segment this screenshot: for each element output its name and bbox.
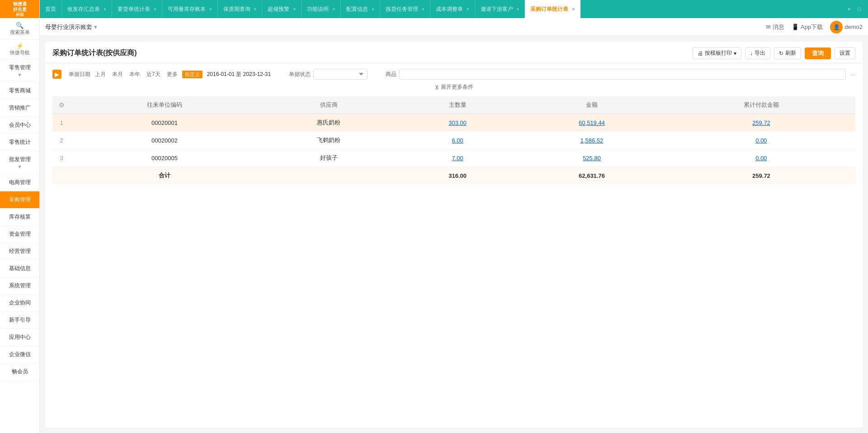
top-tab-invite-downstream[interactable]: 邀请下游客户× <box>475 0 525 18</box>
tab-close-overstock[interactable]: × <box>293 7 296 12</box>
sidebar-item-sys-mgmt[interactable]: 系统管理 <box>0 277 39 295</box>
sidebar-item-purchase-mgmt[interactable]: 采购管理 <box>0 191 39 209</box>
top-tab-cost-adjust[interactable]: 成本调整单× <box>430 0 475 18</box>
sidebar-item-app-center[interactable]: 应用中心 <box>0 329 39 346</box>
sidebar-arrow-retail-mgmt: ▼ <box>18 72 22 77</box>
top-tab-goods-stats[interactable]: 要货单统计表× <box>112 0 162 18</box>
sidebar-item-retail-mgmt[interactable]: 零售管理▼ <box>0 59 39 82</box>
export-button[interactable]: ↓ 导出 <box>745 47 770 59</box>
col-settings-header[interactable]: ⚙ <box>52 96 71 114</box>
date-shortcut-this-year[interactable]: 本年 <box>127 70 142 79</box>
top-tab-overstock[interactable]: 超储预警× <box>262 0 302 18</box>
sidebar-item-operations[interactable]: 经营管理 <box>0 243 39 260</box>
filter-toggle-button[interactable]: ▶ <box>52 70 61 79</box>
footer-empty-1 <box>52 167 71 185</box>
sidebar-item-retail-stats[interactable]: 零售统计 <box>0 134 39 151</box>
top-nav-bar: 首页收发存汇总表×要货单统计表×可用量库存账本×保质期查询×超储预警×功能说明×… <box>40 0 868 18</box>
col-supplier-header: 供应商 <box>259 96 399 114</box>
quick-nav[interactable]: ⚡ 快捷导航 <box>0 40 39 59</box>
sidebar-item-retail-mall[interactable]: 零售商城 <box>0 82 39 100</box>
tab-close-receive-send[interactable]: × <box>104 7 106 12</box>
sidebar-item-inventory[interactable]: 库存核算 <box>0 209 39 226</box>
row-amount-3[interactable]: 525.80 <box>516 149 667 167</box>
workspace-selector[interactable]: 母婴行业演示账套 ▾ <box>45 23 97 31</box>
row-paid-2[interactable]: 0.00 <box>667 132 855 149</box>
tab-close-func-desc[interactable]: × <box>332 7 335 12</box>
row-qty-3[interactable]: 7.00 <box>399 149 516 167</box>
refresh-button[interactable]: ↻ 刷新 <box>774 47 801 59</box>
sidebar-item-finance[interactable]: 资金管理 <box>0 226 39 243</box>
search-menu[interactable]: 🔍 搜索英单 <box>0 18 39 40</box>
row-qty-2[interactable]: 6.00 <box>399 132 516 149</box>
query-button[interactable]: 查询 <box>805 48 831 59</box>
sidebar-item-member-card[interactable]: 畅会员 <box>0 363 39 381</box>
tab-label-available-stock: 可用量库存账本 <box>168 5 206 13</box>
goods-ellipsis-button[interactable]: ··· <box>850 71 855 78</box>
filter-row-1: ▶ 单据日期 上月 本月 本年 近7天 更多 自定义 2016-01-01 至 … <box>52 69 855 80</box>
row-paid-1[interactable]: 259.72 <box>667 114 855 132</box>
tab-close-goods-stats[interactable]: × <box>154 7 156 12</box>
sidebar-item-marketing[interactable]: 营销推广 <box>0 100 39 117</box>
column-settings-icon[interactable]: ⚙ <box>59 101 65 109</box>
sidebar-item-member-center[interactable]: 会员中心 <box>0 117 39 134</box>
sidebar-item-label-basic-info: 基础信息 <box>9 265 31 272</box>
sidebar-item-label-inventory: 库存核算 <box>9 213 31 221</box>
date-shortcut-this-month[interactable]: 本月 <box>110 70 125 79</box>
message-button[interactable]: ✉ 消息 <box>766 23 784 31</box>
tab-close-config-info[interactable]: × <box>372 7 374 12</box>
status-select[interactable] <box>313 69 368 80</box>
table-row: 1 00020001 惠氏奶粉 303.00 60,519.44 259.72 <box>52 114 855 132</box>
sidebar-item-new-guide[interactable]: 新手引导 <box>0 312 39 329</box>
row-amount-2[interactable]: 1,586.52 <box>516 132 667 149</box>
tab-close-available-stock[interactable]: × <box>209 7 212 12</box>
top-tab-pick-task[interactable]: 拣货任务管理× <box>380 0 430 18</box>
date-custom-badge[interactable]: 自定义 <box>182 71 203 78</box>
user-avatar[interactable]: 👤 demo2 <box>830 21 863 33</box>
footer-empty-2 <box>259 167 399 185</box>
sidebar-item-label-operations: 经营管理 <box>9 247 31 255</box>
tab-close-purchase-order-stats[interactable]: × <box>572 7 575 12</box>
footer-paid: 259.72 <box>667 167 855 185</box>
goods-input[interactable] <box>399 69 846 80</box>
goods-label: 商品 <box>386 71 396 78</box>
top-tab-config-info[interactable]: 配置信息× <box>341 0 380 18</box>
date-shortcut-last-month[interactable]: 上月 <box>93 70 108 79</box>
row-amount-1[interactable]: 60,519.44 <box>516 114 667 132</box>
date-shortcut-more[interactable]: 更多 <box>165 70 179 79</box>
top-tab-func-desc[interactable]: 功能说明× <box>302 0 341 18</box>
top-tab-receive-send[interactable]: 收发存汇总表× <box>62 0 112 18</box>
row-code-1: 00020001 <box>71 114 259 132</box>
date-range-display: 2016-01-01 至 2023-12-31 <box>207 71 271 78</box>
sidebar-item-label-marketing: 营销推广 <box>9 104 31 112</box>
top-tab-purchase-order-stats[interactable]: 采购订单统计表× <box>525 0 580 18</box>
row-qty-1[interactable]: 303.00 <box>399 114 516 132</box>
top-tab-available-stock[interactable]: 可用量库存账本× <box>162 0 218 18</box>
sidebar-item-basic-info[interactable]: 基础信息 <box>0 260 39 277</box>
tab-label-pick-task: 拣货任务管理 <box>386 5 418 13</box>
sidebar-item-ecommerce[interactable]: 电商管理 <box>0 174 39 191</box>
top-tab-warranty[interactable]: 保质期查询× <box>218 0 263 18</box>
logo-text: 畅捷通 好生意 标版 <box>13 1 27 17</box>
export-icon: ↓ <box>750 50 753 57</box>
expand-window-button[interactable]: □ <box>856 5 863 13</box>
expand-more-button[interactable]: ⊻ 展开更多条件 <box>435 83 473 91</box>
sidebar-item-batch-mgmt[interactable]: 批发管理▼ <box>0 151 39 174</box>
tab-close-pick-task[interactable]: × <box>422 7 425 12</box>
date-shortcut-7days[interactable]: 近7天 <box>145 70 162 79</box>
tab-close-invite-downstream[interactable]: × <box>517 7 519 12</box>
sidebar-item-label-enterprise-wechat: 企业微信 <box>9 351 31 358</box>
sidebar-item-enterprise[interactable]: 企业协同 <box>0 295 39 312</box>
tab-close-cost-adjust[interactable]: × <box>467 7 469 12</box>
app-download-button[interactable]: 📱 App下载 <box>792 23 823 31</box>
close-window-button[interactable]: × <box>846 5 852 13</box>
sidebar-item-enterprise-wechat[interactable]: 企业微信 <box>0 346 39 363</box>
sidebar-items: 零售管理▼零售商城营销推广会员中心零售统计批发管理▼电商管理采购管理库存核算资金… <box>0 59 39 381</box>
tab-close-warranty[interactable]: × <box>254 7 257 12</box>
row-seq-1: 1 <box>52 114 71 132</box>
tab-label-purchase-order-stats: 采购订单统计表 <box>530 5 568 13</box>
top-tab-home[interactable]: 首页 <box>40 0 62 18</box>
row-paid-3[interactable]: 0.00 <box>667 149 855 167</box>
top-bar-actions: × □ <box>840 5 868 13</box>
settings-button[interactable]: 设置 <box>835 47 855 59</box>
template-print-button[interactable]: 🖨 按模板打印 ▾ <box>693 47 741 59</box>
